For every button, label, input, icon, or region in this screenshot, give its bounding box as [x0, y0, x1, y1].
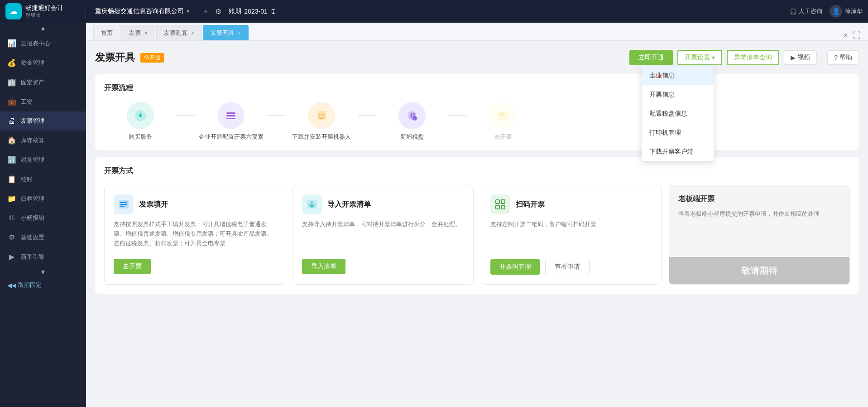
sidebar-item-settlement[interactable]: 📋 结账 — [0, 170, 86, 189]
exception-button[interactable]: 异常清单查询 — [727, 50, 779, 65]
user-info[interactable]: 👤 徐泽华 — [830, 5, 863, 18]
sidebar-label-basic: 基础设置 — [21, 233, 44, 242]
right-actions: 🎧 人工咨询 👤 徐泽华 — [790, 5, 863, 18]
sidebar-item-basic[interactable]: ⚙ 基础设置 — [0, 228, 86, 247]
method-scan-btn1[interactable]: 开票码管理 — [490, 259, 540, 275]
archive-icon: 📁 — [7, 194, 16, 203]
page-title: 发票开具 — [95, 51, 135, 64]
cancel-fixed-button[interactable]: ◀◀ 取消固定 — [0, 277, 86, 293]
sidebar-item-asset[interactable]: 🏢 固定资产 — [0, 73, 86, 92]
tab-invoice-open-close[interactable]: × — [238, 30, 241, 36]
svg-rect-3 — [226, 112, 235, 114]
flow-step-icon-buy — [127, 102, 154, 129]
add-button[interactable]: + — [202, 5, 210, 17]
flow-step-icon-download — [308, 102, 335, 129]
sidebar-item-cloud-report[interactable]: 📊 云报表中心 — [0, 34, 86, 53]
overlay: 敬请期待 — [669, 257, 849, 284]
methods-section: 开票方式 发票填开 支持按照发票样式手工填开发票；可开具增值税电子普通发票、增值… — [95, 157, 859, 294]
flow-step-disk: 税+ 新增税盘 — [376, 102, 448, 141]
svg-point-1 — [139, 114, 142, 117]
sidebar-label-guide: 新手引导 — [21, 253, 44, 261]
flow-step-label-go: 去开票 — [494, 133, 512, 141]
flow-step-label-disk: 新增税盘 — [400, 133, 424, 141]
method-scan-header: 扫码开票 — [490, 194, 652, 214]
svg-rect-17 — [120, 204, 127, 205]
sidebar-item-fund[interactable]: 💰 资金管理 — [0, 53, 86, 73]
help-label: 帮助 — [839, 53, 852, 62]
flow-step-icon-config — [217, 102, 245, 129]
method-import-btn[interactable]: 导入清单 — [302, 259, 345, 274]
overlay-text: 敬请期待 — [741, 265, 777, 277]
flow-step-icon-go — [489, 102, 516, 129]
method-scan-btn2[interactable]: 查看申请 — [545, 259, 590, 275]
video-button[interactable]: ▶ 视频 — [784, 50, 817, 65]
method-import-title: 导入开票清单 — [327, 200, 371, 209]
sidebar-item-invoice[interactable]: 🖨 发票管理 — [0, 111, 86, 131]
service-button[interactable]: 🎧 人工咨询 — [790, 7, 822, 15]
calendar-icon[interactable]: 🗓 — [270, 8, 277, 15]
dropdown-item-printer[interactable]: 打印机管理 — [642, 123, 714, 142]
sidebar-item-inventory[interactable]: 🏠 库存核算 — [0, 131, 86, 150]
asset-icon: 🏢 — [7, 78, 16, 87]
flow-step-download: 下载并安装开票机器人 — [285, 102, 358, 141]
sidebar-item-tax[interactable]: 🔢 税务管理 — [0, 150, 86, 170]
dropdown-item-download-client[interactable]: 下载开票客户端 — [642, 142, 714, 161]
svg-point-8 — [322, 114, 324, 116]
tab-home[interactable]: 首页 — [93, 25, 120, 40]
method-card-scan: 扫码开票 支持定制开票二维码，客户端可扫码开票 开票码管理 查看申请 — [481, 185, 662, 285]
tab-invoice-label: 发票 — [129, 29, 141, 37]
help-button[interactable]: ? 帮助 — [827, 50, 859, 65]
scroll-down-arrow[interactable]: ▼ — [0, 266, 86, 277]
company-selector[interactable]: 重庆畅捷交通信息咨询有限公司 ▾ — [91, 5, 193, 17]
method-import-icon — [302, 194, 322, 214]
method-card-import: 导入开票清单 支持导入待开票清单，可对待开票清单进行拆分、合并处理。 导入清单 — [293, 185, 474, 285]
flow-step-label-buy: 购买服务 — [129, 133, 152, 141]
payroll-icon: 💼 — [7, 97, 16, 106]
sidebar-item-payroll[interactable]: 💼 工资 — [0, 92, 86, 111]
sidebar-label-archive: 归档管理 — [21, 195, 44, 203]
methods-section-title: 开票方式 — [104, 166, 850, 176]
scroll-up-arrow[interactable]: ▲ — [0, 23, 86, 34]
tab-invoice-open[interactable]: 发票开具 × — [203, 25, 249, 40]
flow-connector-1 — [177, 115, 195, 116]
video-label: 视频 — [797, 53, 810, 62]
sidebar-label-fund: 资金管理 — [21, 59, 44, 67]
sidebar-label-settlement: 结账 — [21, 175, 33, 184]
settings-icon-button[interactable]: ⚙ — [213, 5, 223, 18]
flow-steps: 购买服务 企业开通配置开票六要素 — [104, 102, 850, 141]
svg-rect-20 — [496, 200, 499, 204]
method-scan-icon — [490, 194, 510, 214]
window-maximize-button[interactable]: ⛶ — [853, 31, 861, 40]
settings-button[interactable]: 开票设置 ▾ — [677, 50, 722, 65]
sidebar-label-asset: 固定资产 — [21, 78, 44, 87]
window-close-button[interactable]: × — [843, 31, 848, 40]
activate-button[interactable]: 立即开通 — [629, 50, 673, 65]
sidebar-label-inventory: 库存核算 — [21, 136, 44, 145]
flow-step-buy: 购买服务 — [104, 102, 177, 141]
sidebar-item-guide[interactable]: ▶ 新手引导 — [0, 247, 86, 266]
tab-invoice-close[interactable]: × — [144, 30, 148, 36]
tab-invoice[interactable]: 发票 × — [121, 25, 155, 40]
invoice-icon: 🖨 — [7, 117, 16, 125]
method-fill-btn[interactable]: 去开票 — [114, 259, 151, 274]
top-actions: + ⚙ — [202, 5, 223, 18]
fund-icon: 💰 — [7, 58, 16, 67]
tab-invoice-calc[interactable]: 发票测算 × — [156, 25, 202, 40]
cancel-fixed-label: 取消固定 — [18, 281, 42, 289]
avatar: 👤 — [830, 5, 842, 18]
sidebar-item-archive[interactable]: 📁 归档管理 — [0, 189, 86, 208]
logo-icon: ☁ — [5, 3, 22, 19]
dropdown-item-tax-disk[interactable]: 配置税盘信息 — [642, 104, 714, 123]
flow-step-label-config: 企业开通配置开票六要素 — [199, 133, 264, 141]
sidebar-item-sales[interactable]: © 小畅报销 — [0, 208, 86, 228]
tab-invoice-calc-close[interactable]: × — [191, 30, 194, 36]
dropdown-item-invoice-info[interactable]: 开票信息 — [642, 85, 714, 104]
headset-icon: 🎧 — [790, 8, 797, 15]
logo-subtitle: 旗舰版 — [25, 12, 63, 19]
sidebar-label-invoice: 发票管理 — [21, 117, 44, 125]
svg-rect-18 — [120, 206, 125, 207]
svg-rect-23 — [501, 205, 505, 209]
settings-button-label: 开票设置 — [685, 53, 710, 62]
method-boss-title: 老板端开票 — [678, 194, 715, 204]
method-card-fill: 发票填开 支持按照发票样式手工填开发票；可开具增值税电子普通发票、增值税普通发票… — [104, 185, 285, 285]
